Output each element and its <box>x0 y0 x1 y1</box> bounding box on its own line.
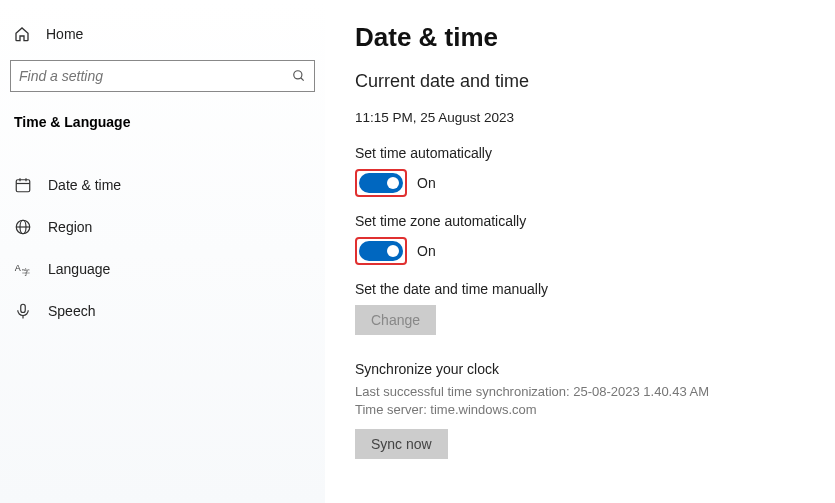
highlight-box <box>355 169 407 197</box>
last-sync-text: Last successful time synchronization: 25… <box>355 383 805 401</box>
search-input[interactable] <box>19 68 292 84</box>
search-input-container[interactable] <box>10 60 315 92</box>
current-datetime: 11:15 PM, 25 August 2023 <box>355 110 805 125</box>
sidebar: Home Time & Language Date & time Region … <box>0 0 325 503</box>
toggle-state: On <box>417 243 436 259</box>
highlight-box <box>355 237 407 265</box>
datetime-icon <box>14 176 32 194</box>
svg-text:字: 字 <box>22 268 30 277</box>
home-icon <box>14 26 30 42</box>
sync-info: Last successful time synchronization: 25… <box>355 383 805 419</box>
set-time-auto-row: On <box>355 169 805 197</box>
nav-language[interactable]: A字 Language <box>10 248 315 290</box>
set-tz-auto-label: Set time zone automatically <box>355 213 805 229</box>
svg-point-0 <box>294 71 302 79</box>
toggle-state: On <box>417 175 436 191</box>
search-icon <box>292 69 306 83</box>
main-content: Date & time Current date and time 11:15 … <box>325 0 835 503</box>
svg-line-1 <box>301 78 304 81</box>
section-title: Time & Language <box>14 114 315 130</box>
nav-region[interactable]: Region <box>10 206 315 248</box>
set-tz-auto-row: On <box>355 237 805 265</box>
mic-icon <box>14 302 32 320</box>
nav-label: Speech <box>48 303 95 319</box>
language-icon: A字 <box>14 260 32 278</box>
home-link[interactable]: Home <box>10 24 315 60</box>
nav-speech[interactable]: Speech <box>10 290 315 332</box>
sync-now-button[interactable]: Sync now <box>355 429 448 459</box>
change-button: Change <box>355 305 436 335</box>
page-subtitle: Current date and time <box>355 71 805 92</box>
set-time-auto-toggle[interactable] <box>359 173 403 193</box>
svg-text:A: A <box>15 263 21 273</box>
svg-rect-2 <box>16 180 30 192</box>
nav-label: Region <box>48 219 92 235</box>
globe-icon <box>14 218 32 236</box>
nav-date-time[interactable]: Date & time <box>10 164 315 206</box>
nav-label: Date & time <box>48 177 121 193</box>
set-tz-auto-toggle[interactable] <box>359 241 403 261</box>
nav-label: Language <box>48 261 110 277</box>
home-label: Home <box>46 26 83 42</box>
manual-label: Set the date and time manually <box>355 281 805 297</box>
sync-title: Synchronize your clock <box>355 361 805 377</box>
time-server-text: Time server: time.windows.com <box>355 401 805 419</box>
set-time-auto-label: Set time automatically <box>355 145 805 161</box>
svg-rect-11 <box>21 304 26 312</box>
page-title: Date & time <box>355 22 805 53</box>
